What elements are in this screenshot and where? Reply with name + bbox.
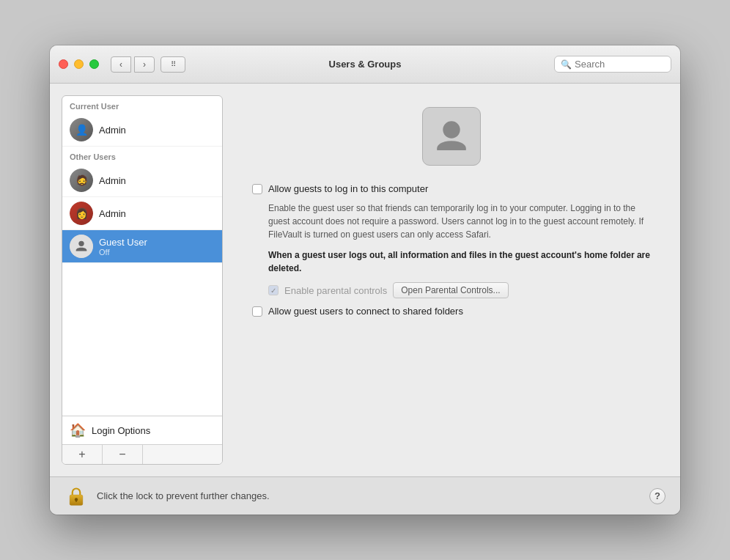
other-user-avatar-2: 👩: [70, 202, 93, 225]
avatar-icon: 👤: [70, 118, 93, 141]
current-user-item[interactable]: 👤 Admin: [62, 114, 222, 147]
forward-button[interactable]: ›: [134, 56, 155, 73]
nav-buttons: ‹ ›: [111, 56, 155, 73]
guest-user-avatar: [70, 235, 93, 258]
bottom-bar: Click the lock to prevent further change…: [50, 476, 680, 515]
other-user-name-2: Admin: [99, 208, 126, 219]
traffic-lights: [59, 59, 99, 69]
main-content: Current User 👤 Admin Other Users 🧔: [50, 84, 680, 476]
parental-controls-row: Enable parental controls Open Parental C…: [268, 282, 651, 298]
back-button[interactable]: ‹: [111, 56, 131, 73]
sidebar-list: Current User 👤 Admin Other Users 🧔: [62, 96, 222, 416]
options-section: Allow guests to log in to this computer …: [252, 183, 651, 317]
svg-point-1: [443, 121, 460, 138]
allow-guests-row: Allow guests to log in to this computer: [252, 183, 651, 194]
avatar-icon: 👩: [70, 202, 93, 225]
search-icon: 🔍: [561, 59, 572, 70]
sidebar: Current User 👤 Admin Other Users 🧔: [62, 95, 223, 465]
current-user-avatar: 👤: [70, 118, 93, 141]
right-panel: Allow guests to log in to this computer …: [235, 95, 668, 465]
other-user-item-2[interactable]: 👩 Admin: [62, 197, 222, 230]
avatar-icon: 🧔: [70, 169, 93, 192]
allow-shared-checkbox[interactable]: [252, 306, 262, 317]
allow-shared-label: Allow guest users to connect to shared f…: [268, 306, 463, 317]
allow-guests-warning: When a guest user logs out, all informat…: [268, 248, 651, 275]
allow-guests-label: Allow guests to log in to this computer: [268, 183, 428, 194]
allow-guests-checkbox[interactable]: [252, 184, 262, 194]
login-options-item[interactable]: 🏠 Login Options: [62, 416, 222, 444]
help-button[interactable]: ?: [649, 488, 666, 504]
other-users-section-header: Other Users: [62, 147, 222, 164]
maximize-button[interactable]: [89, 59, 99, 69]
lock-button[interactable]: [64, 485, 88, 508]
search-input[interactable]: [575, 59, 663, 70]
lock-icon: [66, 486, 86, 506]
search-bar[interactable]: 🔍: [554, 56, 671, 73]
current-user-section-header: Current User: [62, 96, 222, 114]
close-button[interactable]: [59, 59, 68, 69]
svg-point-0: [78, 241, 84, 246]
parental-controls-label: Enable parental controls: [284, 285, 387, 296]
other-user-name-1: Admin: [99, 175, 126, 186]
allow-shared-row: Allow guest users to connect to shared f…: [252, 306, 651, 317]
current-user-info: Admin: [99, 125, 126, 136]
grid-button[interactable]: ⠿: [161, 56, 185, 73]
open-parental-button[interactable]: Open Parental Controls...: [393, 282, 508, 298]
parental-controls-checkbox[interactable]: [268, 285, 279, 295]
allow-guests-description: Enable the guest user so that friends ca…: [268, 202, 651, 241]
guest-user-name: Guest User: [99, 237, 147, 248]
sidebar-buttons: + −: [62, 444, 222, 464]
other-user-info-1: Admin: [99, 175, 126, 186]
other-user-item-1[interactable]: 🧔 Admin: [62, 164, 222, 197]
add-user-button[interactable]: +: [62, 445, 103, 464]
guest-avatar-icon: [70, 235, 93, 258]
guest-user-info: Guest User Off: [99, 237, 147, 257]
person-icon: [432, 117, 471, 156]
house-icon: 🏠: [70, 422, 86, 438]
other-user-avatar-1: 🧔: [70, 169, 93, 192]
lock-text: Click the lock to prevent further change…: [97, 490, 641, 501]
remove-user-button[interactable]: −: [103, 445, 143, 464]
login-options-label: Login Options: [92, 425, 150, 436]
titlebar: ‹ › ⠿ Users & Groups 🔍: [50, 45, 680, 84]
minimize-button[interactable]: [74, 59, 84, 69]
window-title: Users & Groups: [329, 59, 402, 70]
guest-user-item[interactable]: Guest User Off: [62, 230, 222, 263]
main-window: ‹ › ⠿ Users & Groups 🔍 Current User 👤 Ad…: [50, 45, 680, 515]
current-user-name: Admin: [99, 125, 126, 136]
other-user-info-2: Admin: [99, 208, 126, 219]
svg-rect-5: [75, 500, 77, 502]
guest-avatar-large: [422, 107, 481, 166]
guest-user-role: Off: [99, 248, 147, 257]
